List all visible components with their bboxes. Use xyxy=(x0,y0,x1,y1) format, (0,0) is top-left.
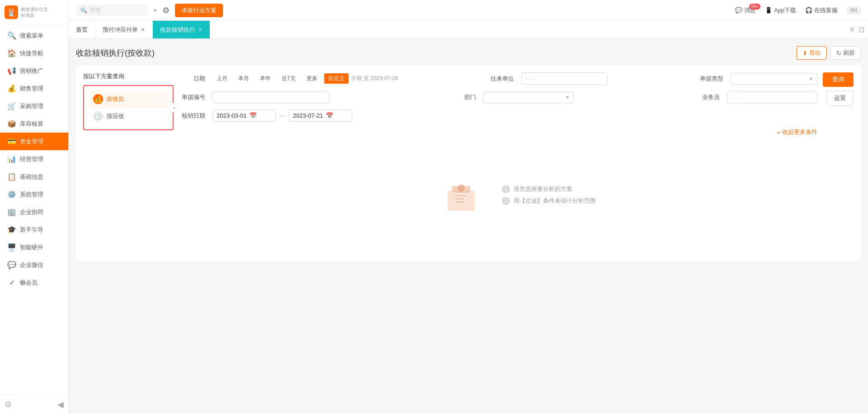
writeoff-date-end-input[interactable]: 2023-07-21 📅 xyxy=(289,109,352,122)
sidebar-item-label: 采购管理 xyxy=(20,102,43,110)
sidebar-item-hardware[interactable]: 🖥️ 智能硬件 xyxy=(0,238,68,256)
user-name[interactable]: Rit xyxy=(847,6,861,14)
sidebar-item-operation[interactable]: 📊 经营管理 xyxy=(0,150,68,168)
empty-illustration xyxy=(439,172,484,218)
dept-select[interactable]: ▾ xyxy=(483,91,574,103)
page-title: 收款核销执行(按收款) xyxy=(76,48,155,58)
export-button[interactable]: ⬆ 导出 xyxy=(797,46,827,60)
empty-hint-1: 1 请先选择要分析的方案 xyxy=(502,185,596,193)
sidebar-item-member[interactable]: ✓ 畅会员 xyxy=(0,274,68,291)
tab-prepay[interactable]: 预付冲应付单 ✕ xyxy=(95,21,153,38)
settings-bottom-icon[interactable]: ⚙ xyxy=(5,400,12,409)
query-option-by-receivable[interactable]: 🕐 按应收 xyxy=(89,108,168,125)
refresh-label: 刷新 xyxy=(843,49,855,57)
wechat-icon: 💬 xyxy=(7,261,16,269)
sidebar-item-label: 智能硬件 xyxy=(20,243,43,252)
empty-state: 1 请先选择要分析的方案 2 用【过滤】条件来缩小分析范围 xyxy=(181,136,854,254)
refresh-button[interactable]: ↻ 刷新 xyxy=(830,46,861,60)
sidebar-item-system[interactable]: ⚙️ 系统管理 xyxy=(0,186,68,203)
sidebar-item-wechat[interactable]: 💬 企业微信 xyxy=(0,256,68,274)
close-tab-icon[interactable]: ✕ xyxy=(849,25,855,34)
sidebar: 🐰 畅捷通好生意 标准版 🔍 搜索菜单 🏠 快捷导航 📢 营销推广 💰 销售管理… xyxy=(0,0,69,414)
sidebar-item-finance[interactable]: 💳 资金管理 xyxy=(0,133,68,150)
purchase-icon: 🛒 xyxy=(7,102,16,110)
sidebar-logo: 🐰 畅捷通好生意 标准版 xyxy=(0,0,68,25)
collapse-more-btn[interactable]: « 收起更多条件 xyxy=(181,128,817,136)
date-quick-select: 上月 本月 本年 近7天 更多 自定义 不限 至 2023-07-26 xyxy=(212,73,398,84)
message-icon: 💬 xyxy=(735,7,742,14)
basic-icon: 📋 xyxy=(7,172,16,181)
doc-type-select[interactable]: ▾ xyxy=(731,73,817,85)
doc-num-input[interactable] xyxy=(212,91,330,103)
filter-actions-panel: 日期 上月 本月 本年 近7天 更多 自定义 不限 至 2023-07-26 xyxy=(181,72,854,254)
service-label: 在线客服 xyxy=(814,6,838,14)
query-button[interactable]: 查询 xyxy=(823,72,854,87)
date-btn-7days[interactable]: 近7天 xyxy=(278,73,300,84)
sidebar-item-purchase[interactable]: 🛒 采购管理 xyxy=(0,97,68,115)
tab-home[interactable]: 首页 xyxy=(69,21,95,38)
date-btn-more[interactable]: 更多 xyxy=(302,73,321,84)
collapse-panel-button[interactable]: « xyxy=(169,103,179,113)
sidebar-item-guide[interactable]: 🎓 新手引导 xyxy=(0,221,68,238)
sidebar-item-label: 经营管理 xyxy=(20,155,43,163)
tab-prepay-close-icon[interactable]: ✕ xyxy=(141,27,145,33)
svg-rect-0 xyxy=(448,190,475,211)
doc-type-label: 单据类型 xyxy=(699,75,723,83)
page-header: 收款核销执行(按收款) ⬆ 导出 ↻ 刷新 xyxy=(76,46,861,60)
query-option-by-receipt[interactable]: 💰 按收款 xyxy=(89,90,168,108)
tab-writeoff[interactable]: 收款核销执行 ✕ xyxy=(153,21,210,38)
online-service-button[interactable]: 🎧 在线客服 xyxy=(805,6,838,14)
topbar-gear-icon[interactable]: ⚙ xyxy=(162,5,170,15)
empty-hint-text-1: 请先选择要分析的方案 xyxy=(514,185,572,193)
sidebar-item-label: 资金管理 xyxy=(20,138,43,146)
message-button[interactable]: 💬 消息 99+ xyxy=(735,6,756,14)
counterparty-select[interactable]: ··· xyxy=(521,72,608,85)
doc-type-chevron-icon: ▾ xyxy=(810,76,812,82)
sidebar-item-enterprise[interactable]: 🏢 企业协同 xyxy=(0,203,68,221)
app-download-button[interactable]: 📱 App下载 xyxy=(765,6,796,14)
sidebar-item-label: 企业协同 xyxy=(20,208,43,216)
sidebar-item-marketing[interactable]: 📢 营销推广 xyxy=(0,62,68,80)
empty-content: 1 请先选择要分析的方案 2 用【过滤】条件来缩小分析范围 xyxy=(439,172,596,218)
content-area: 收款核销执行(按收款) ⬆ 导出 ↻ 刷新 按以下方案查询 💰 xyxy=(69,39,868,414)
filter-and-actions: 日期 上月 本月 本年 近7天 更多 自定义 不限 至 2023-07-26 xyxy=(181,72,854,136)
writeoff-date-start-input[interactable]: 2023-03-01 📅 xyxy=(212,109,276,122)
topbar-search[interactable]: 🔍 搜索 xyxy=(76,5,148,16)
topbar-dropdown-icon[interactable]: ▾ xyxy=(154,7,157,14)
staff-select[interactable]: ··· xyxy=(727,91,817,103)
sidebar-item-label: 库存核算 xyxy=(20,120,43,128)
filter-row-1: 日期 上月 本月 本年 近7天 更多 自定义 不限 至 2023-07-26 xyxy=(181,72,817,85)
date-sub-text: 不限 至 2023-07-26 xyxy=(351,75,398,82)
date-btn-custom[interactable]: 自定义 xyxy=(324,73,349,84)
marketing-icon: 📢 xyxy=(7,67,16,75)
guide-icon: 🎓 xyxy=(7,225,16,234)
sidebar-item-label: 系统管理 xyxy=(20,190,43,199)
sidebar-item-quicknav[interactable]: 🏠 快捷导航 xyxy=(0,44,68,62)
calendar-end-icon: 📅 xyxy=(326,112,333,119)
date-btn-this-year[interactable]: 本年 xyxy=(256,73,275,84)
page-actions: ⬆ 导出 ↻ 刷新 xyxy=(797,46,861,60)
tab-writeoff-close-icon[interactable]: ✕ xyxy=(198,27,203,33)
sidebar-item-basic[interactable]: 📋 基础信息 xyxy=(0,168,68,186)
staff-dots: ··· xyxy=(732,94,740,100)
writeoff-date-end-value: 2023-07-21 xyxy=(293,112,323,119)
expand-tab-icon[interactable]: ⊡ xyxy=(859,25,864,34)
sidebar-item-label: 基础信息 xyxy=(20,173,43,181)
settings-button[interactable]: 设置 xyxy=(826,90,854,106)
sidebar-item-inventory[interactable]: 📦 库存核算 xyxy=(0,115,68,133)
collapse-sidebar-icon[interactable]: ◀ xyxy=(57,400,64,409)
receivable-icon: 🕐 xyxy=(93,111,103,121)
service-icon: 🎧 xyxy=(805,7,812,14)
solution-button[interactable]: 体验行业方案 xyxy=(175,4,223,17)
sidebar-item-search[interactable]: 🔍 搜索菜单 xyxy=(0,27,68,44)
topbar: 🔍 搜索 ▾ ⚙ 体验行业方案 💬 消息 99+ 📱 App下载 🎧 在线客服 … xyxy=(69,0,868,21)
empty-hint-text-2: 用【过滤】条件来缩小分析范围 xyxy=(514,197,596,205)
sidebar-item-label: 搜索菜单 xyxy=(20,32,43,40)
receipt-icon: 💰 xyxy=(93,94,103,104)
date-btn-this-month[interactable]: 本月 xyxy=(234,73,253,84)
writeoff-date-label: 核销日期 xyxy=(181,112,205,120)
sidebar-item-sales[interactable]: 💰 销售管理 xyxy=(0,80,68,97)
sidebar-bottom: ⚙ ◀ xyxy=(0,395,68,414)
date-btn-last-month[interactable]: 上月 xyxy=(212,73,231,84)
tabbar: 首页 预付冲应付单 ✕ 收款核销执行 ✕ ✕ ⊡ xyxy=(69,21,868,39)
